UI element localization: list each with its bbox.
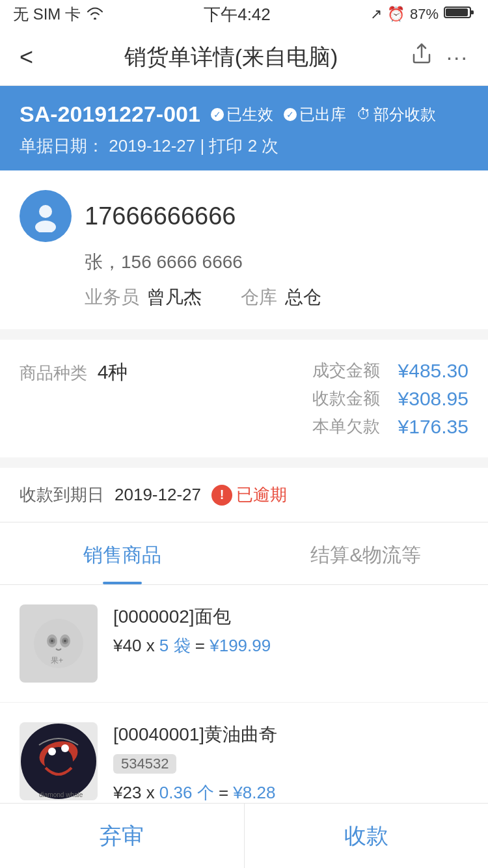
warehouse-label: 仓库 xyxy=(241,285,277,310)
status-bar: 无 SIM 卡 下午4:42 ↗ ⏰ 87% xyxy=(0,0,488,29)
customer-card: 17666666666 张，156 6666 6666 业务员 曾凡杰 仓库 总… xyxy=(0,170,488,329)
tab-settlement[interactable]: 结算&物流等 xyxy=(244,522,488,584)
received-val: ¥308.95 xyxy=(390,388,468,410)
status-time: 下午4:42 xyxy=(204,3,271,26)
due-date-row: 收款到期日 2019-12-27 ! 已逾期 xyxy=(0,468,488,522)
sales-value: 曾凡杰 xyxy=(147,285,202,310)
badge-partial: ⏱ 部分收款 xyxy=(357,104,436,125)
deal-amount-val: ¥485.30 xyxy=(390,360,468,382)
product-name-2: [00040001]黄油曲奇 xyxy=(113,722,468,747)
order-id-row: SA-20191227-001 ✓ 已生效 ✓ 已出库 ⏱ 部分收款 xyxy=(20,102,468,127)
warehouse-item: 仓库 总仓 xyxy=(241,285,321,310)
nav-title: 销货单详情(来自电脑) xyxy=(59,42,403,72)
product-qty-2: 0.36 xyxy=(159,783,193,802)
overdue-text: 已逾期 xyxy=(236,483,287,506)
debt-val: ¥176.35 xyxy=(390,416,468,438)
type-val: 4种 xyxy=(98,361,128,383)
customer-name-info: 张，156 6666 6666 xyxy=(20,250,468,275)
svg-rect-1 xyxy=(470,10,474,14)
product-price-1: ¥40 x 5 袋 = ¥199.99 xyxy=(113,634,468,657)
svg-text:diamond whale: diamond whale xyxy=(39,791,83,798)
warehouse-value: 总仓 xyxy=(285,285,321,310)
share-icon[interactable] xyxy=(410,43,433,71)
svg-rect-2 xyxy=(446,8,468,16)
received-amount-row: 收款金额 ¥308.95 xyxy=(312,387,468,410)
due-date-val: 2019-12-27 xyxy=(115,485,201,505)
summary-right: 成交金额 ¥485.30 收款金额 ¥308.95 本单欠款 ¥176.35 xyxy=(312,359,468,438)
sales-label: 业务员 xyxy=(85,285,139,310)
alarm-icon: ⏰ xyxy=(387,6,405,23)
back-button[interactable]: < xyxy=(20,44,59,71)
product-tag-2: 534532 xyxy=(113,752,468,781)
order-date-row: 单据日期： 2019-12-27 | 打印 2 次 xyxy=(20,135,468,157)
check-icon-1: ✓ xyxy=(211,108,224,121)
product-qty-1: 5 xyxy=(159,636,169,655)
svg-point-10 xyxy=(51,640,53,642)
bottom-bar: 弃审 收款 xyxy=(0,803,488,868)
order-id: SA-20191227-001 xyxy=(20,102,200,127)
nav-actions: ··· xyxy=(403,43,468,71)
svg-point-3 xyxy=(39,205,52,218)
debt-row: 本单欠款 ¥176.35 xyxy=(312,415,468,438)
svg-text:果+: 果+ xyxy=(51,656,63,665)
status-left: 无 SIM 卡 xyxy=(13,4,104,25)
customer-phone: 17666666666 xyxy=(85,202,236,230)
type-label: 商品种类 xyxy=(20,363,87,383)
svg-point-4 xyxy=(35,221,56,232)
overdue-icon: ! xyxy=(211,485,232,506)
nav-bar: < 销货单详情(来自电脑) ··· xyxy=(0,29,488,86)
customer-top: 17666666666 xyxy=(20,190,468,242)
order-header: SA-20191227-001 ✓ 已生效 ✓ 已出库 ⏱ 部分收款 单据日期：… xyxy=(0,86,488,170)
cancel-button[interactable]: 弃审 xyxy=(0,804,245,868)
badge-effective: ✓ 已生效 xyxy=(211,104,273,125)
product-thumb-1: 果+ xyxy=(20,604,98,683)
check-icon-2: ✓ xyxy=(284,108,297,121)
badge-shipped: ✓ 已出库 xyxy=(284,104,346,125)
deal-amount-label: 成交金额 xyxy=(312,359,380,382)
summary-left: 商品种类 4种 xyxy=(20,359,128,386)
received-label: 收款金额 xyxy=(312,387,380,410)
more-icon[interactable]: ··· xyxy=(446,44,468,70)
product-price-2: ¥23 x 0.36 个 = ¥8.28 xyxy=(113,781,468,804)
tabs-bar: 销售商品 结算&物流等 xyxy=(0,522,488,585)
battery-icon xyxy=(444,5,475,24)
thumb-placeholder-1: 果+ xyxy=(20,604,98,683)
customer-meta: 业务员 曾凡杰 仓库 总仓 xyxy=(20,285,468,310)
confirm-button[interactable]: 收款 xyxy=(245,804,489,868)
product-total-2: ¥8.28 xyxy=(233,783,275,802)
status-right: ↗ ⏰ 87% xyxy=(370,5,475,24)
svg-point-16 xyxy=(48,748,56,755)
products-section: 果+ [0000002]面包 ¥40 x 5 袋 = ¥199.99 xyxy=(0,585,488,824)
product-info-2: [00040001]黄油曲奇 534532 ¥23 x 0.36 个 = ¥8.… xyxy=(113,722,468,804)
overdue-badge: ! 已逾期 xyxy=(211,483,287,506)
product-tag-text-2: 534532 xyxy=(113,754,176,774)
battery-text: 87% xyxy=(410,6,439,23)
svg-point-17 xyxy=(61,744,69,752)
product-item-1: 果+ [0000002]面包 ¥40 x 5 袋 = ¥199.99 xyxy=(0,585,488,703)
tab-products[interactable]: 销售商品 xyxy=(0,522,244,584)
due-label: 收款到期日 xyxy=(20,483,104,506)
carrier-text: 无 SIM 卡 xyxy=(13,4,81,25)
product-info-1: [0000002]面包 ¥40 x 5 袋 = ¥199.99 xyxy=(113,604,468,657)
product-total-1: ¥199.99 xyxy=(210,636,271,655)
sales-person-item: 业务员 曾凡杰 xyxy=(85,285,202,310)
product-name-1: [0000002]面包 xyxy=(113,604,468,629)
product-thumb-2: diamond whale xyxy=(20,722,98,800)
debt-label: 本单欠款 xyxy=(312,415,380,438)
avatar xyxy=(20,190,72,242)
summary-card: 商品种类 4种 成交金额 ¥485.30 收款金额 ¥308.95 本单欠款 ¥… xyxy=(0,340,488,457)
wifi-icon xyxy=(86,5,104,23)
clock-icon: ⏱ xyxy=(357,106,371,123)
location-icon: ↗ xyxy=(370,6,382,23)
deal-amount-row: 成交金额 ¥485.30 xyxy=(312,359,468,382)
svg-point-11 xyxy=(64,640,66,642)
